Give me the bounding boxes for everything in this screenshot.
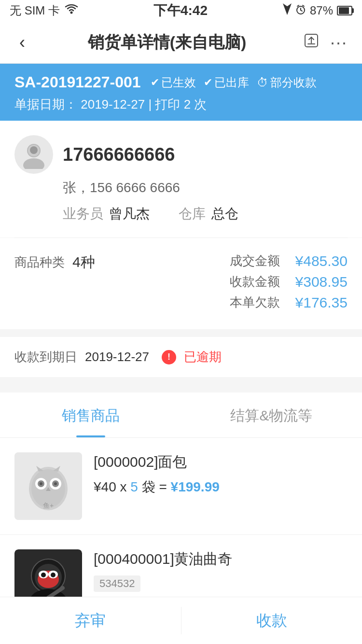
location-icon <box>283 3 292 18</box>
owed-amount-item: 本单欠款 ¥176.35 <box>230 294 348 311</box>
product-info-1: [0000002]面包 ¥40 x 5 袋 = ¥199.99 <box>94 452 348 496</box>
svg-point-0 <box>70 12 73 14</box>
overdue-status: 已逾期 <box>184 349 222 365</box>
customer-name: 张，156 6666 6666 <box>14 179 348 197</box>
page-title: 销货单详情(来自电脑) <box>88 31 247 54</box>
summary-section: 商品种类 4种 成交金额 ¥485.30 收款金额 ¥308.95 本单欠款 ¥… <box>0 238 362 329</box>
status-bar: 无 SIM 卡 下午4:42 87 <box>0 0 362 21</box>
summary-left: 商品种类 4种 <box>14 252 95 315</box>
more-button[interactable]: ··· <box>330 32 348 53</box>
received-label: 收款金额 <box>230 273 280 290</box>
customer-section: 17666666666 张，156 6666 6666 业务员 曾凡杰 仓库 总… <box>0 121 362 238</box>
share-button[interactable] <box>304 33 319 51</box>
customer-phone: 17666666666 <box>63 144 175 165</box>
time-display: 下午4:42 <box>153 1 208 20</box>
deal-amount-item: 成交金额 ¥485.30 <box>230 252 348 269</box>
product-qty-1: 5 <box>130 479 138 494</box>
order-date-info: 单据日期： 2019-12-27 | 打印 2 次 <box>14 96 348 113</box>
status-partial-received: ⏱ 部分收款 <box>257 75 317 90</box>
svg-text:鱼+: 鱼+ <box>43 502 54 509</box>
alarm-icon <box>295 4 306 17</box>
product-type-count: 4种 <box>72 252 95 272</box>
svg-point-11 <box>23 158 44 169</box>
section-divider-2 <box>0 377 362 385</box>
customer-meta: 业务员 曾凡杰 仓库 总仓 <box>14 205 348 223</box>
status-shipped: ✔ 已出库 <box>204 75 249 90</box>
product-name-2: [000400001]黄油曲奇 <box>94 549 348 569</box>
check-icon-1: ✔ <box>151 76 159 89</box>
svg-point-22 <box>54 482 57 485</box>
overdue-date: 2019-12-27 <box>85 350 149 364</box>
product-name-1: [0000002]面包 <box>94 452 348 472</box>
order-number: SA-20191227-001 <box>14 73 141 91</box>
salesperson-label: 业务员 <box>63 205 103 223</box>
clock-icon: ⏱ <box>257 76 268 89</box>
avatar <box>14 135 53 174</box>
header-banner: SA-20191227-001 ✔ 已生效 ✔ 已出库 ⏱ 部分收款 单据日期：… <box>0 64 362 121</box>
wifi-icon <box>65 4 78 17</box>
owed-label: 本单欠款 <box>230 294 280 311</box>
svg-line-5 <box>297 5 299 6</box>
deal-amount-label: 成交金额 <box>230 252 280 269</box>
nav-bar: ‹ 销货单详情(来自电脑) ··· <box>0 21 362 64</box>
warehouse-info: 仓库 总仓 <box>179 205 238 223</box>
status-right: 87% <box>283 3 352 18</box>
overdue-warning-icon: ! <box>162 350 176 364</box>
product-item: 鱼+ [0000002]面包 ¥40 x 5 袋 = ¥199.99 <box>0 438 362 535</box>
svg-point-21 <box>40 482 42 485</box>
product-price-1: ¥40 x 5 袋 = ¥199.99 <box>94 478 348 496</box>
section-divider-1 <box>0 329 362 337</box>
tabs-row: 销售商品 结算&物流等 <box>0 392 362 438</box>
cancel-button[interactable]: 弃审 <box>0 597 181 644</box>
bottom-bar: 弃审 收款 <box>0 597 362 644</box>
sim-status: 无 SIM 卡 <box>10 3 60 18</box>
warehouse-label: 仓库 <box>179 205 206 223</box>
tabs-section: 销售商品 结算&物流等 <box>0 392 362 632</box>
product-thumb-1: 鱼+ <box>14 452 82 520</box>
svg-line-6 <box>303 5 304 6</box>
received-amount-item: 收款金额 ¥308.95 <box>230 273 348 290</box>
status-badges: ✔ 已生效 ✔ 已出库 ⏱ 部分收款 <box>151 75 317 90</box>
summary-right: 成交金额 ¥485.30 收款金额 ¥308.95 本单欠款 ¥176.35 <box>230 252 348 315</box>
tab-settlement[interactable]: 结算&物流等 <box>181 392 362 437</box>
salesperson-info: 业务员 曾凡杰 <box>63 205 150 223</box>
status-effective: ✔ 已生效 <box>151 75 196 90</box>
warehouse-value: 总仓 <box>211 205 238 223</box>
svg-marker-1 <box>283 3 292 15</box>
svg-point-34 <box>51 573 56 577</box>
svg-point-13 <box>30 146 38 154</box>
overdue-section: 收款到期日 2019-12-27 ! 已逾期 <box>0 337 362 377</box>
overdue-label: 收款到期日 <box>14 349 77 365</box>
battery-percentage: 87% <box>310 4 333 17</box>
customer-top: 17666666666 <box>14 135 348 174</box>
product-total-1: ¥199.99 <box>171 479 220 494</box>
confirm-button[interactable]: 收款 <box>181 597 362 644</box>
product-type-label: 商品种类 <box>14 254 65 271</box>
svg-point-33 <box>41 573 46 577</box>
nav-actions: ··· <box>304 32 348 53</box>
deal-amount-value: ¥485.30 <box>290 253 348 269</box>
received-value: ¥308.95 <box>290 274 348 290</box>
salesperson-value: 曾凡杰 <box>109 205 150 223</box>
battery-icon <box>337 6 352 15</box>
tab-products[interactable]: 销售商品 <box>0 392 181 437</box>
svg-line-4 <box>301 10 302 11</box>
owed-value: ¥176.35 <box>290 294 348 311</box>
back-button[interactable]: ‹ <box>14 28 30 57</box>
product-tag-2: 534532 <box>94 575 140 592</box>
status-left: 无 SIM 卡 <box>10 3 78 18</box>
product-type-item: 商品种类 4种 <box>14 252 95 272</box>
check-icon-2: ✔ <box>204 76 212 89</box>
